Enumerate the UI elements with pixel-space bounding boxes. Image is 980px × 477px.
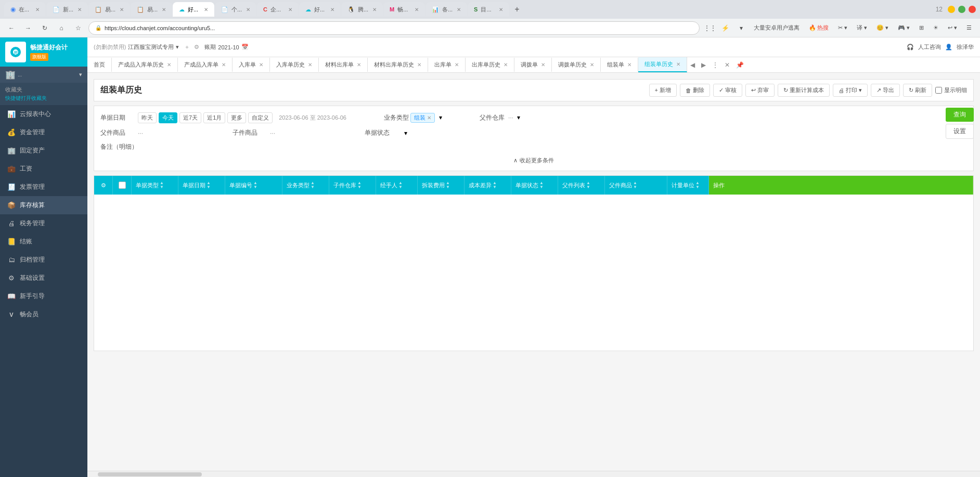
collapse-button[interactable]: ∧ 收起更多条件 [100,157,967,164]
browser-tab-8[interactable]: 🐧 腾... ✕ [341,2,383,17]
browser-tab-6[interactable]: C 企... ✕ [257,2,299,17]
brightness-icon[interactable]: ☀ [930,23,942,32]
tab-outbound-history-close[interactable]: ✕ [504,62,508,68]
date-7days[interactable]: 近7天 [179,112,201,123]
scroll-thumb[interactable] [98,472,202,476]
scissors-icon[interactable]: ✂ ▾ [835,23,850,32]
tab-close-0[interactable]: ✕ [35,7,40,12]
date-1month[interactable]: 近1月 [203,112,225,123]
tab-close-4[interactable]: ✕ [204,7,208,12]
hot-search-btn[interactable]: 🔥 热搜 [806,23,832,33]
tab-more-options[interactable]: ⋮ [709,59,721,71]
show-detail-toggle[interactable]: 显示明细 [935,86,967,94]
child-goods-more[interactable]: ··· [270,130,275,137]
url-bar[interactable]: 🔒 https://cloud.chanjet.com/accounting/u… [88,21,700,35]
sidebar-item-archive[interactable]: 🗂 归档管理 [0,251,87,269]
browser-tab-1[interactable]: 📄 新... ✕ [46,2,88,17]
gear-settings-icon[interactable]: ⚙ [194,44,199,50]
sidebar-item-funds[interactable]: 💰 资金管理 [0,123,87,141]
add-icon[interactable]: ＋ [184,43,190,51]
tab-close-7[interactable]: ✕ [330,7,334,12]
calendar-icon[interactable]: 📅 [241,44,249,50]
th-type[interactable]: 单据类型 ▲▼ [132,176,178,195]
tab-inbound-history[interactable]: 入库单历史 ✕ [270,58,319,72]
undo-icon[interactable]: ↩ ▾ [945,23,960,32]
tab-finished-history-close[interactable]: ✕ [167,62,171,68]
apps-icon[interactable]: ⊞ [916,23,927,32]
back-button[interactable]: ← [5,22,18,34]
sidebar-company[interactable]: 🏢 ... ▾ [0,67,87,83]
tab-outbound-history[interactable]: 出库单历史 ✕ [466,58,514,72]
reload-button[interactable]: ↻ [38,22,51,34]
tab-counter[interactable]: 12 [934,6,945,13]
tab-close-10[interactable]: ✕ [457,7,461,12]
tab-finished[interactable]: 产成品入库单 ✕ [178,58,233,72]
date-today[interactable]: 今天 [159,112,177,123]
th-status[interactable]: 单据状态 ▲▼ [511,176,558,195]
tab-transfer[interactable]: 调拨单 ✕ [514,58,552,72]
date-yesterday[interactable]: 昨天 [138,112,157,123]
sidebar-item-member[interactable]: V 畅会员 [0,305,87,324]
tab-outbound-close[interactable]: ✕ [455,62,459,68]
th-disassembly-fee[interactable]: 拆装费用 ▲▼ [418,176,465,195]
status-dropdown[interactable]: ▾ [404,130,407,137]
th-cost-diff[interactable]: 成本差异 ▲▼ [465,176,511,195]
browser-tab-5[interactable]: 📄 个... ✕ [215,2,256,17]
browser-tab-9[interactable]: M 畅... ✕ [383,2,425,17]
dropdown-icon[interactable]: ▾ [735,22,747,34]
tab-pin[interactable]: 📌 [733,59,747,71]
export-button[interactable]: ↗ 导出 [871,84,900,97]
th-date[interactable]: 单据日期 ▲▼ [178,176,225,195]
sidebar-item-inventory[interactable]: 📦 库存核算 [0,196,87,214]
bottom-scrollbar[interactable] [87,471,980,477]
th-parent-list[interactable]: 父件列表 ▲▼ [558,176,605,195]
add-button[interactable]: + 新增 [649,84,677,97]
tab-material-out-history-close[interactable]: ✕ [417,62,421,68]
favorites-link[interactable]: 快捷键打开收藏夹 [5,95,82,102]
delete-button[interactable]: 🗑 删除 [680,84,710,97]
filter-settings-button[interactable]: 设置 [946,124,974,139]
browser-tab-4[interactable]: ☁ 好... ✕ [173,2,214,17]
recalc-button[interactable]: ↻ 重新计算成本 [778,84,830,97]
tab-inbound-history-close[interactable]: ✕ [308,62,312,68]
tab-transfer-close[interactable]: ✕ [541,62,545,68]
sidebar-item-fixed-assets[interactable]: 🏢 固定资产 [0,141,87,160]
tab-close-all[interactable]: ✕ [721,59,733,71]
parent-goods-more[interactable]: ··· [138,130,143,137]
game-icon[interactable]: 🎮 ▾ [895,23,913,32]
abandon-button[interactable]: ↩ 弃审 [745,84,775,97]
tab-close-11[interactable]: ✕ [499,7,503,12]
tab-finished-close[interactable]: ✕ [222,62,226,68]
tab-close-5[interactable]: ✕ [246,7,250,12]
browser-tab-10[interactable]: 📊 各... ✕ [425,2,467,17]
print-button[interactable]: 🖨 打印 ▾ [833,84,868,97]
menu-icon[interactable]: ☰ [963,23,975,32]
tab-inbound-close[interactable]: ✕ [259,62,263,68]
th-handler[interactable]: 经手人 ▲▼ [376,176,418,195]
tab-assembly-history[interactable]: 组装单历史 ✕ [638,57,687,72]
maximize-button[interactable] [958,6,965,13]
tab-inbound[interactable]: 入库单 ✕ [233,58,270,72]
grid-icon[interactable]: ⋮⋮ [704,22,716,34]
forward-button[interactable]: → [22,22,34,34]
tab-close-1[interactable]: ✕ [78,7,82,12]
sidebar-item-salary[interactable]: 💼 工资 [0,160,87,178]
minimize-button[interactable] [948,6,955,13]
browser-tab-2[interactable]: 📋 易... ✕ [88,2,130,17]
tab-material-out-history[interactable]: 材料出库单历史 ✕ [368,58,428,72]
show-detail-checkbox[interactable] [935,87,942,94]
tab-scroll-left[interactable]: ◀ [687,59,698,71]
sidebar-item-invoice[interactable]: 🧾 发票管理 [0,178,87,196]
th-parent-goods[interactable]: 父件商品 ▲▼ [605,176,667,195]
company-dropdown-arrow[interactable]: ▾ [176,44,179,50]
tab-material-out[interactable]: 材料出库单 ✕ [319,58,368,72]
parent-warehouse-more[interactable]: ··· [508,114,513,121]
sidebar-item-checkout[interactable]: 📒 结账 [0,233,87,251]
tab-home[interactable]: 首页 [87,58,112,72]
th-checkbox[interactable] [113,176,132,195]
parent-warehouse-dropdown[interactable]: ▾ [517,114,520,121]
tab-transfer-history-close[interactable]: ✕ [590,62,594,68]
tab-close-2[interactable]: ✕ [120,7,124,12]
query-button[interactable]: 查询 [946,108,974,122]
tab-close-6[interactable]: ✕ [288,7,292,12]
